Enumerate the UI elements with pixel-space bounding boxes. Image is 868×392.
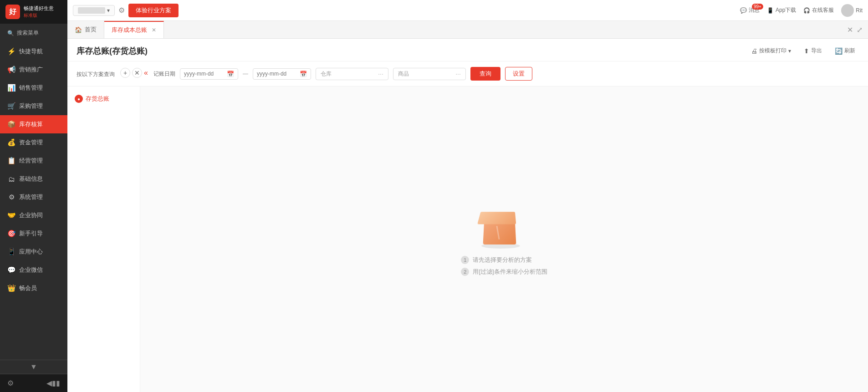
export-icon: ⬆ <box>804 47 809 55</box>
sidebar-item-sales[interactable]: 📊 销售管理 <box>0 79 67 97</box>
tab-close-icon[interactable]: ✕ <box>152 27 156 33</box>
filter-collapse-btn[interactable]: « <box>144 69 148 77</box>
scheme-panel: ● 存货总账 1 请先选择要分析的方案 <box>67 87 868 392</box>
sidebar-item-marketing[interactable]: 📢 营销推广 <box>0 61 67 79</box>
date-separator: — <box>243 71 248 77</box>
message-btn[interactable]: 💬 消息 99+ <box>740 6 760 14</box>
purchase-icon: 🛒 <box>7 102 15 110</box>
dropdown-placeholder <box>78 7 105 14</box>
main-content: ▾ ⚙ 体验行业方案 💬 消息 99+ 📱 App下载 🎧 在线客服 Rit <box>67 0 868 392</box>
gear-icon[interactable]: ⚙ <box>118 6 125 15</box>
filter-clear-btn[interactable]: ✕ <box>132 68 142 78</box>
sales-icon: 📊 <box>7 84 15 92</box>
tab-right-icons: ✕ ⤢ <box>842 25 868 34</box>
sidebar-menu-list: ⚡ 快捷导航 📢 营销推广 📊 销售管理 🛒 采购管理 📦 库存核算 💰 资金管… <box>0 42 67 360</box>
operation-icon: 📋 <box>7 157 15 165</box>
sidebar-item-basic[interactable]: 🗂 基础信息 <box>0 170 67 188</box>
enterprise-icon: 🤝 <box>7 211 15 219</box>
warehouse-more-icon: ··· <box>378 70 383 77</box>
topbar-left: ▾ ⚙ 体验行业方案 <box>73 4 736 17</box>
settings-icon[interactable]: ⚙ <box>7 379 14 387</box>
scroll-down-icon: ▼ <box>30 363 37 371</box>
date-label: 记账日期 <box>153 70 175 78</box>
print-dropdown-icon: ▾ <box>788 48 791 54</box>
export-btn[interactable]: ⬆ 导出 <box>800 45 826 56</box>
app-name: 畅捷通好生意 标准版 <box>24 5 54 18</box>
tab-home[interactable]: 🏠 首页 <box>67 21 104 38</box>
filter-area: 按以下方案查询 + ✕ « 记账日期 📅 — 📅 <box>67 61 868 87</box>
tabbar: 🏠 首页 库存成本总账 ✕ ✕ ⤢ <box>67 21 868 39</box>
quick-nav-icon: ⚡ <box>7 47 15 56</box>
online-service-btn[interactable]: 🎧 在线客服 <box>803 6 834 14</box>
date-end-input[interactable]: 📅 <box>253 68 311 80</box>
sidebar-item-operation[interactable]: 📋 经营管理 <box>0 152 67 170</box>
print-btn[interactable]: 🖨 按模板打印 ▾ <box>747 45 795 56</box>
scheme-dot-icon: ● <box>75 95 83 103</box>
sidebar-item-inventory[interactable]: 📦 库存核算 <box>0 115 67 133</box>
app-center-icon: 📱 <box>7 248 15 256</box>
topbar-right: 💬 消息 99+ 📱 App下载 🎧 在线客服 Rit <box>740 4 863 17</box>
sidebar-bottom-bar: ⚙ ◀▮▮ <box>0 374 67 392</box>
calendar-start-icon: 📅 <box>227 71 234 77</box>
hint-item-1: 1 请先选择要分析的方案 <box>461 256 547 264</box>
empty-hints: 1 请先选择要分析的方案 2 用[过滤]条件来缩小分析范围 <box>461 256 547 276</box>
sidebar-item-app-center[interactable]: 📱 应用中心 <box>0 243 67 261</box>
logo-icon: 好 <box>5 5 20 19</box>
refresh-btn[interactable]: 🔄 刷新 <box>831 45 859 56</box>
sidebar-item-quick-nav[interactable]: ⚡ 快捷导航 <box>0 42 67 61</box>
sidebar-item-purchase[interactable]: 🛒 采购管理 <box>0 97 67 115</box>
date-start-input[interactable]: 📅 <box>180 68 238 80</box>
avatar <box>841 4 854 17</box>
filter-row: 记账日期 📅 — 📅 仓库 ··· 商品 <box>153 67 859 81</box>
page-area: 库存总账(存货总账) 🖨 按模板打印 ▾ ⬆ 导出 🔄 刷新 按以下方案查询 <box>67 39 868 392</box>
warehouse-placeholder: 仓库 <box>321 70 332 78</box>
wechat-icon: 💬 <box>7 266 15 274</box>
sidebar-item-wechat[interactable]: 💬 企业微信 <box>0 261 67 279</box>
filter-controls: 记账日期 📅 — 📅 仓库 ··· 商品 <box>153 67 859 81</box>
scheme-sidebar: ● 存货总账 <box>67 87 140 392</box>
empty-illustration <box>477 203 531 249</box>
sidebar-item-system[interactable]: ⚙ 系统管理 <box>0 188 67 206</box>
hint-item-2: 2 用[过滤]条件来缩小分析范围 <box>461 268 547 276</box>
scheme-item-inventory[interactable]: ● 存货总账 <box>67 91 140 107</box>
marketing-icon: 📢 <box>7 66 15 74</box>
sidebar-item-vip[interactable]: 👑 畅会员 <box>0 279 67 297</box>
search-icon: 🔍 <box>7 30 14 36</box>
vip-icon: 👑 <box>7 284 15 292</box>
industry-btn[interactable]: 体验行业方案 <box>128 4 179 17</box>
date-end-field[interactable] <box>257 71 298 77</box>
product-select[interactable]: 商品 ··· <box>393 68 466 80</box>
print-icon: 🖨 <box>751 47 757 55</box>
warehouse-select[interactable]: 仓库 ··· <box>316 68 388 80</box>
filter-label: 按以下方案查询 <box>77 67 115 78</box>
home-icon: 🏠 <box>75 26 82 33</box>
sidebar-item-finance[interactable]: 💰 资金管理 <box>0 133 67 152</box>
tab-inventory-cost[interactable]: 库存成本总账 ✕ <box>104 21 164 38</box>
query-btn[interactable]: 查询 <box>470 67 500 81</box>
empty-state: 1 请先选择要分析的方案 2 用[过滤]条件来缩小分析范围 <box>461 203 547 276</box>
filter-btn-group: + ✕ « <box>120 67 148 78</box>
tab-expand-icon[interactable]: ⤢ <box>857 25 863 34</box>
sidebar-search-area: 🔍 搜索菜单 <box>0 24 67 42</box>
user-profile[interactable]: Rit <box>841 4 863 17</box>
product-more-icon: ··· <box>455 70 461 77</box>
filter-add-btn[interactable]: + <box>120 68 130 78</box>
topbar-dropdown[interactable]: ▾ <box>73 5 115 16</box>
topbar: ▾ ⚙ 体验行业方案 💬 消息 99+ 📱 App下载 🎧 在线客服 Rit <box>67 0 868 21</box>
audio-icon[interactable]: ◀▮▮ <box>46 379 60 387</box>
app-download-btn[interactable]: 📱 App下载 <box>767 6 796 14</box>
tab-close-all-icon[interactable]: ✕ <box>847 25 853 34</box>
sidebar-item-enterprise[interactable]: 🤝 企业协同 <box>0 206 67 224</box>
sidebar: 好 畅捷通好生意 标准版 🔍 搜索菜单 ⚡ 快捷导航 📢 营销推广 📊 销售管理… <box>0 0 67 392</box>
system-icon: ⚙ <box>7 193 15 201</box>
page-title: 库存总账(存货总账) <box>77 46 148 56</box>
search-menu-button[interactable]: 🔍 搜索菜单 <box>5 27 63 39</box>
date-start-field[interactable] <box>184 71 225 77</box>
phone-icon: 📱 <box>767 7 774 14</box>
app-logo: 好 畅捷通好生意 标准版 <box>0 0 67 24</box>
settings-btn[interactable]: 设置 <box>505 67 532 81</box>
sidebar-scroll-down[interactable]: ▼ <box>0 360 67 374</box>
refresh-icon: 🔄 <box>835 47 842 55</box>
sidebar-item-newbie[interactable]: 🎯 新手引导 <box>0 224 67 243</box>
message-icon: 💬 <box>740 7 747 14</box>
